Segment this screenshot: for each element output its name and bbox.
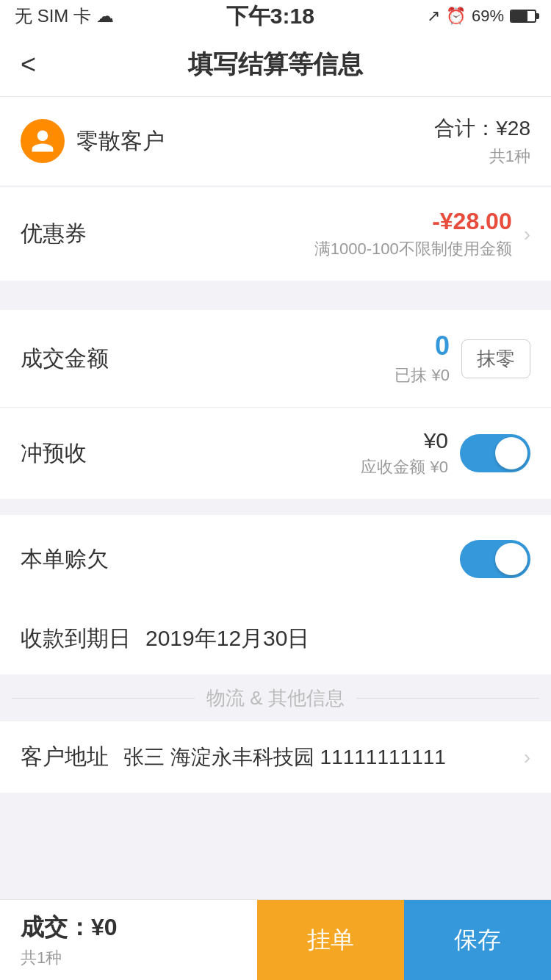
already-zero-text: 已抹 ¥0 (395, 364, 450, 386)
divider-1 (0, 295, 551, 310)
sim-wifi-label: 无 SIM 卡 ☁ (15, 4, 114, 28)
prepay-receivable-text: 应收金额 ¥0 (361, 456, 448, 478)
hang-button[interactable]: 挂单 (257, 900, 404, 980)
address-chevron-icon: › (524, 746, 530, 769)
battery-icon (510, 10, 536, 23)
debt-toggle-knob (495, 543, 527, 575)
coupon-right: -¥28.00 满1000-100不限制使用金额 › (314, 208, 530, 260)
logistics-line-right (356, 698, 539, 699)
page-title: 填写结算等信息 (188, 48, 363, 82)
customer-name: 零散客户 (76, 126, 165, 156)
address-section[interactable]: 客户地址 张三 海淀永丰科技园 11111111111 › (0, 721, 551, 793)
battery-label: 69% (472, 7, 504, 26)
bottom-deal-label: 成交： (21, 914, 91, 940)
address-value: 张三 海淀永丰科技园 11111111111 (123, 743, 524, 771)
content-area: 零散客户 合计：¥28 共1种 优惠券 -¥28.00 满1000-100不限制… (0, 97, 551, 980)
deal-amount-section: 成交金额 0 已抹 ¥0 抹零 冲预收 ¥0 应收金额 ¥0 (0, 310, 551, 499)
coupon-section[interactable]: 优惠券 -¥28.00 满1000-100不限制使用金额 › (0, 187, 551, 281)
back-button[interactable]: < (21, 49, 36, 80)
customer-section: 零散客户 合计：¥28 共1种 (0, 97, 551, 185)
coupon-label: 优惠券 (21, 219, 87, 249)
customer-right: 合计：¥28 共1种 (434, 115, 530, 167)
location-icon: ↗ (427, 7, 440, 26)
prepay-label: 冲预收 (21, 439, 87, 469)
prepay-amount-value: ¥0 (361, 428, 448, 453)
prepay-amount-col: ¥0 应收金额 ¥0 (361, 428, 448, 478)
bottom-deal-amount: ¥0 (91, 914, 118, 940)
coupon-desc: 满1000-100不限制使用金额 (314, 238, 512, 260)
round-zero-button[interactable]: 抹零 (461, 339, 530, 378)
toggle-knob (495, 437, 527, 469)
deal-amount-value: 0 (395, 331, 450, 361)
save-button[interactable]: 保存 (404, 900, 551, 980)
due-date-value: 2019年12月30日 (145, 624, 309, 654)
bottom-deal-text: 成交：¥0 (21, 912, 237, 944)
bottom-info: 成交：¥0 共1种 (0, 900, 257, 980)
prepay-row: 冲预收 ¥0 应收金额 ¥0 (0, 408, 551, 499)
address-label: 客户地址 (21, 742, 109, 772)
person-icon (29, 128, 56, 154)
due-date-row: 收款到期日 2019年12月30日 (0, 603, 551, 674)
bottom-count-text: 共1种 (21, 947, 237, 969)
logistics-divider: 物流 & 其他信息 (0, 676, 551, 720)
deal-amount-label: 成交金额 (21, 344, 109, 374)
status-time: 下午3:18 (226, 1, 314, 32)
bottom-bar: 成交：¥0 共1种 挂单 保存 (0, 899, 551, 980)
customer-avatar (21, 119, 65, 163)
coupon-chevron-icon: › (524, 223, 530, 246)
prepay-toggle[interactable] (460, 434, 530, 472)
due-date-label: 收款到期日 (21, 624, 131, 654)
logistics-label: 物流 & 其他信息 (206, 685, 345, 711)
debt-section: 本单赊欠 收款到期日 2019年12月30日 (0, 515, 551, 674)
debt-toggle[interactable] (460, 540, 530, 578)
prepay-right: ¥0 应收金额 ¥0 (361, 428, 530, 478)
coupon-discount: -¥28.00 (314, 208, 512, 235)
deal-amount-right: 0 已抹 ¥0 抹零 (395, 331, 530, 386)
customer-total: 合计：¥28 (434, 115, 530, 143)
divider-2 (0, 500, 551, 515)
deal-amount-col: 0 已抹 ¥0 (395, 331, 450, 386)
customer-count: 共1种 (434, 145, 530, 167)
debt-row: 本单赊欠 (0, 515, 551, 603)
status-right: ↗ ⏰ 69% (427, 7, 536, 26)
deal-amount-row: 成交金额 0 已抹 ¥0 抹零 (0, 310, 551, 408)
logistics-line-left (12, 698, 195, 699)
nav-bar: < 填写结算等信息 (0, 32, 551, 97)
alarm-icon: ⏰ (446, 7, 466, 26)
status-left: 无 SIM 卡 ☁ (15, 4, 114, 28)
debt-label: 本单赊欠 (21, 544, 109, 574)
coupon-info: -¥28.00 满1000-100不限制使用金额 (314, 208, 512, 260)
status-bar: 无 SIM 卡 ☁ 下午3:18 ↗ ⏰ 69% (0, 0, 551, 32)
customer-left: 零散客户 (21, 119, 165, 163)
